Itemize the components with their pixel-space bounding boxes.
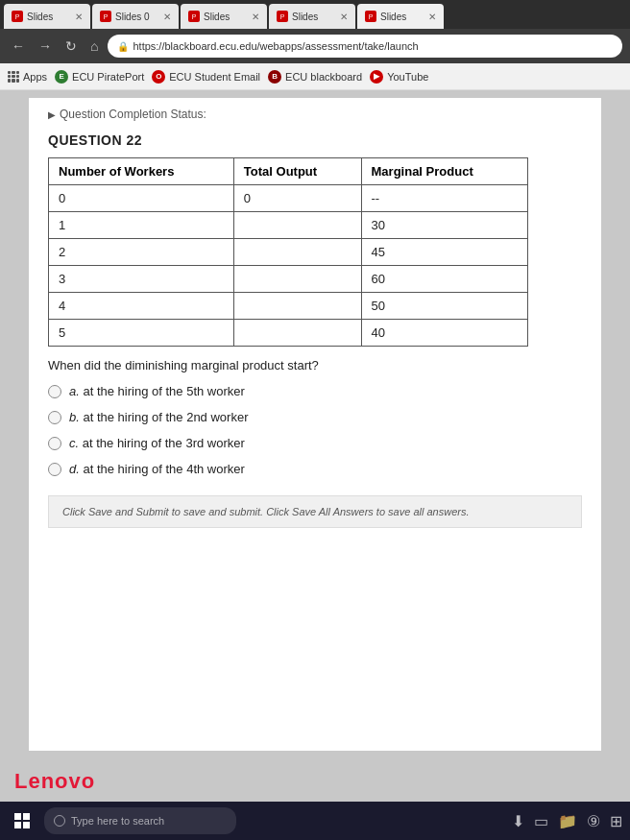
tab-2[interactable]: P Slides 0 ✕: [92, 4, 179, 29]
radio-a[interactable]: [48, 385, 61, 398]
tab-4[interactable]: P Slides ✕: [269, 4, 355, 29]
marginal-4: 50: [361, 293, 527, 320]
taskbar-icon-5[interactable]: ⊞: [610, 812, 622, 830]
address-input[interactable]: 🔒 https://blackboard.ecu.edu/webapps/ass…: [108, 35, 622, 58]
windows-logo-icon: [14, 813, 30, 828]
answer-text-b: b. at the hiring of the 2nd worker: [69, 410, 248, 424]
taskbar-system-icons: ⬇ ▭ 📁 ⑨ ⊞: [512, 812, 622, 830]
address-bar-row: ← → ↻ ⌂ 🔒 https://blackboard.ecu.edu/web…: [0, 29, 630, 63]
tab-3-label: Slides: [204, 12, 230, 22]
marginal-5: 40: [361, 320, 527, 347]
tab-5-label: Slides: [380, 12, 406, 22]
taskbar-icon-4[interactable]: ⑨: [587, 812, 600, 830]
answer-body-d: at the hiring of the 4th worker: [83, 462, 244, 476]
output-5: [233, 320, 361, 347]
question-title: QUESTION 22: [48, 132, 582, 148]
tab-2-label: Slides 0: [115, 12, 150, 22]
answer-label-d: d.: [69, 462, 80, 476]
bookmarks-bar: Apps E ECU PiratePort O ECU Student Emai…: [0, 63, 630, 90]
home-button[interactable]: ⌂: [86, 36, 102, 56]
answer-body-c: at the hiring of the 3rd worker: [83, 436, 245, 450]
radio-d[interactable]: [48, 463, 61, 476]
table-row: 5 40: [49, 320, 528, 347]
taskbar-search[interactable]: Type here to search: [44, 807, 236, 834]
start-button[interactable]: [8, 806, 36, 835]
table-row: 0 0 --: [49, 185, 528, 212]
answer-label-a: a.: [69, 384, 80, 398]
apps-bookmark[interactable]: Apps: [8, 71, 47, 83]
pirateport-label: ECU PiratePort: [72, 71, 144, 83]
table-row: 2 45: [49, 239, 528, 266]
output-1: [233, 212, 361, 239]
taskbar-icon-1[interactable]: ⬇: [512, 812, 524, 830]
answer-option-d[interactable]: d. at the hiring of the 4th worker: [48, 462, 582, 476]
email-icon: O: [152, 70, 165, 84]
apps-grid-icon: [8, 71, 19, 83]
marginal-3: 60: [361, 266, 527, 293]
workers-table: Number of Workers Total Output Marginal …: [48, 157, 528, 347]
blackboard-bookmark[interactable]: B ECU blackboard: [268, 70, 362, 84]
tab-4-close[interactable]: ✕: [340, 12, 348, 22]
lenovo-brand: Lenovo: [14, 769, 95, 794]
pdf-icon-2: P: [100, 11, 111, 22]
col-header-output: Total Output: [233, 158, 361, 185]
pdf-icon-1: P: [12, 11, 23, 22]
completion-status-text: Question Completion Status:: [60, 108, 206, 121]
radio-b[interactable]: [48, 411, 61, 424]
forward-button[interactable]: →: [35, 36, 56, 56]
back-button[interactable]: ←: [8, 36, 29, 56]
taskbar-icon-3[interactable]: 📁: [558, 812, 577, 830]
table-row: 3 60: [49, 266, 528, 293]
reload-button[interactable]: ↻: [61, 36, 81, 56]
answer-option-c[interactable]: c. at the hiring of the 3rd worker: [48, 436, 582, 450]
youtube-icon: ▶: [370, 70, 383, 84]
workers-3: 3: [49, 266, 234, 293]
answer-option-b[interactable]: b. at the hiring of the 2nd worker: [48, 410, 582, 424]
output-4: [233, 293, 361, 320]
tab-5-close[interactable]: ✕: [428, 12, 436, 22]
tab-3[interactable]: P Slides ✕: [181, 4, 267, 29]
taskbar-icon-2[interactable]: ▭: [534, 812, 548, 830]
tab-3-close[interactable]: ✕: [252, 12, 259, 22]
answer-text-a: a. at the hiring of the 5th worker: [69, 384, 245, 398]
tab-4-label: Slides: [292, 12, 318, 22]
marginal-0: --: [361, 185, 527, 212]
output-0: 0: [233, 185, 361, 212]
answer-label-b: b.: [69, 410, 80, 424]
tab-1[interactable]: P Slides ✕: [4, 4, 90, 29]
table-row: 4 50: [49, 293, 528, 320]
marginal-1: 30: [361, 212, 527, 239]
ecupirateport-bookmark[interactable]: E ECU PiratePort: [55, 70, 144, 84]
youtube-label: YouTube: [387, 71, 428, 83]
answer-body-b: at the hiring of the 2nd worker: [83, 410, 248, 424]
completion-arrow-icon: ▶: [48, 109, 56, 120]
table-row: 1 30: [49, 212, 528, 239]
answer-text-d: d. at the hiring of the 4th worker: [69, 462, 245, 476]
taskbar: Type here to search ⬇ ▭ 📁 ⑨ ⊞: [0, 802, 630, 840]
pdf-icon-5: P: [365, 11, 376, 22]
workers-0: 0: [49, 185, 234, 212]
search-icon: [54, 815, 65, 827]
radio-c[interactable]: [48, 437, 61, 450]
output-2: [233, 239, 361, 266]
url-text: https://blackboard.ecu.edu/webapps/asses…: [133, 40, 418, 52]
blackboard-label: ECU blackboard: [285, 71, 362, 83]
tab-2-close[interactable]: ✕: [163, 12, 171, 22]
pdf-icon-3: P: [188, 11, 200, 22]
search-placeholder: Type here to search: [71, 815, 164, 827]
tab-1-close[interactable]: ✕: [75, 12, 83, 22]
workers-4: 4: [49, 293, 234, 320]
youtube-bookmark[interactable]: ▶ YouTube: [370, 70, 428, 84]
answer-option-a[interactable]: a. at the hiring of the 5th worker: [48, 384, 582, 398]
tab-5[interactable]: P Slides ✕: [357, 4, 444, 29]
workers-2: 2: [49, 239, 234, 266]
ecuemail-bookmark[interactable]: O ECU Student Email: [152, 70, 260, 84]
save-note: Click Save and Submit to save and submit…: [48, 495, 582, 528]
col-header-workers: Number of Workers: [49, 158, 234, 185]
tab-bar: P Slides ✕ P Slides 0 ✕ P Slides ✕ P Sli…: [0, 0, 630, 29]
pirateport-icon: E: [55, 70, 68, 84]
answer-body-a: at the hiring of the 5th worker: [83, 384, 244, 398]
answer-label-c: c.: [69, 436, 79, 450]
blackboard-icon: B: [268, 70, 281, 84]
col-header-marginal: Marginal Product: [361, 158, 527, 185]
